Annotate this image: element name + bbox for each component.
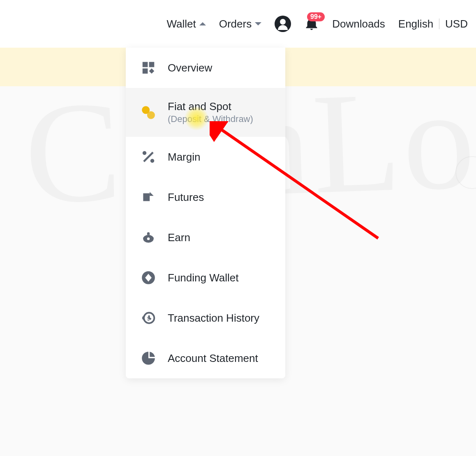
history-icon: $ (141, 310, 156, 326)
svg-point-8 (147, 237, 150, 240)
menu-label: Earn (168, 231, 190, 244)
menu-item-earn[interactable]: Earn (126, 217, 285, 258)
svg-rect-0 (143, 62, 148, 67)
language-label: English (398, 18, 433, 30)
svg-rect-10 (152, 237, 154, 239)
caret-up-icon (199, 22, 206, 25)
menu-item-statement[interactable]: Account Statement (126, 338, 285, 378)
top-nav: Wallet Orders 99+ Downloads English USD (0, 0, 476, 48)
menu-label: Overview (168, 62, 212, 74)
language-currency-selector[interactable]: English USD (398, 18, 468, 30)
fiat-spot-icon (141, 105, 156, 120)
menu-item-overview[interactable]: Overview (126, 48, 285, 88)
menu-item-funding[interactable]: Funding Wallet (126, 258, 285, 298)
decorative-curve (455, 156, 476, 189)
notification-badge: 99+ (307, 12, 325, 21)
menu-item-futures[interactable]: Futures (126, 177, 285, 217)
user-icon[interactable] (275, 16, 291, 32)
menu-label: Funding Wallet (168, 272, 238, 284)
menu-sublabel: (Deposit & Withdraw) (168, 114, 253, 124)
notifications-button[interactable]: 99+ (304, 16, 319, 31)
menu-label: Margin (168, 151, 200, 164)
wallet-label: Wallet (166, 18, 196, 30)
menu-label: Transaction History (168, 312, 259, 325)
statement-icon (141, 350, 156, 366)
downloads-link[interactable]: Downloads (332, 18, 385, 30)
svg-point-6 (150, 159, 155, 163)
menu-item-history[interactable]: $ Transaction History (126, 298, 285, 338)
caret-down-icon (255, 22, 261, 25)
svg-text:$: $ (147, 316, 150, 322)
overview-icon (141, 60, 156, 76)
menu-label: Futures (168, 191, 204, 204)
currency-label: USD (445, 18, 468, 30)
divider (439, 18, 439, 29)
wallet-dropdown-menu: Overview Fiat and Spot (Deposit & Withdr… (126, 48, 285, 378)
svg-point-4 (147, 111, 155, 119)
svg-rect-2 (143, 69, 148, 74)
funding-icon (141, 270, 156, 286)
earn-icon (141, 230, 156, 245)
menu-item-margin[interactable]: Margin (126, 137, 285, 177)
menu-label: Fiat and Spot (168, 100, 253, 113)
svg-point-5 (143, 151, 147, 155)
margin-icon (141, 149, 156, 165)
svg-rect-1 (149, 62, 155, 67)
orders-nav-item[interactable]: Orders (219, 18, 261, 30)
menu-label: Account Statement (168, 352, 258, 365)
svg-rect-9 (143, 237, 145, 239)
menu-item-fiat-spot[interactable]: Fiat and Spot (Deposit & Withdraw) (126, 88, 285, 137)
futures-icon (141, 189, 156, 205)
orders-label: Orders (219, 18, 252, 30)
wallet-nav-item[interactable]: Wallet (166, 18, 206, 30)
